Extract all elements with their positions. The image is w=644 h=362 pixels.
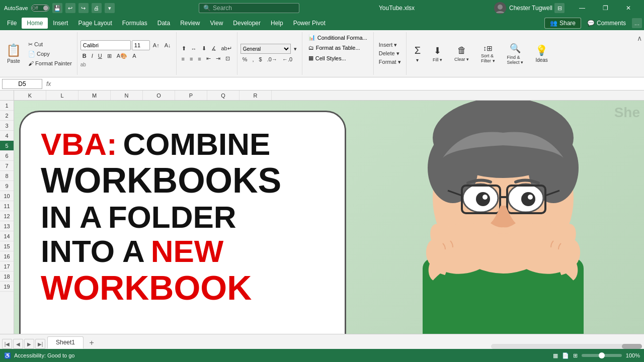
align-left-button[interactable]: ≡	[180, 55, 187, 63]
save-icon[interactable]: 💾	[52, 3, 62, 13]
row-14[interactable]: 14	[0, 231, 14, 241]
close-button[interactable]: ✕	[617, 0, 640, 16]
percent-button[interactable]: %	[240, 55, 250, 63]
format-painter-button[interactable]: 🖌 Format Painter	[26, 59, 74, 67]
paste-button[interactable]: 📋 Paste	[3, 34, 24, 74]
col-N[interactable]: N	[111, 90, 143, 100]
delete-cells-button[interactable]: Delete ▾	[377, 49, 403, 58]
conditional-format-button[interactable]: 📊 Conditional Forma...	[305, 33, 370, 42]
currency-button[interactable]: $	[257, 55, 264, 63]
share-button[interactable]: 👥 Share	[544, 18, 581, 29]
row-3[interactable]: 3	[0, 121, 14, 131]
col-P[interactable]: P	[175, 90, 207, 100]
col-K[interactable]: K	[14, 90, 46, 100]
quick-access-more[interactable]: ▾	[105, 3, 115, 13]
row-13[interactable]: 13	[0, 221, 14, 231]
row-12[interactable]: 12	[0, 211, 14, 221]
row-4[interactable]: 4	[0, 131, 14, 141]
align-center-button[interactable]: ≡	[188, 55, 195, 63]
wrap-text-button[interactable]: ab↵	[219, 44, 234, 53]
col-L[interactable]: L	[46, 90, 78, 100]
row-6[interactable]: 6	[0, 151, 14, 161]
row-9[interactable]: 9	[0, 181, 14, 191]
comments-button[interactable]: 💬 Comments	[584, 19, 629, 28]
row-1[interactable]: 1	[0, 101, 14, 111]
menu-data[interactable]: Data	[152, 18, 175, 29]
row-5[interactable]: 5	[0, 141, 14, 151]
font-name-input[interactable]	[80, 40, 131, 50]
decrease-decimal-button[interactable]: ←.0	[280, 55, 294, 63]
row-16[interactable]: 16	[0, 251, 14, 261]
ribbon-display-options[interactable]: ⊟	[554, 3, 565, 13]
search-bar[interactable]: 🔍 Search	[199, 3, 299, 13]
fill-button[interactable]: ⬇ Fill ▾	[429, 34, 446, 74]
sort-filter-button[interactable]: ↕⊞ Sort &Filter ▾	[477, 34, 499, 74]
decrease-indent-button[interactable]: ⇤	[204, 54, 213, 63]
bold-button[interactable]: B	[80, 52, 89, 60]
align-top-button[interactable]: ⬆	[180, 44, 188, 53]
menu-formulas[interactable]: Formulas	[117, 18, 152, 29]
col-O[interactable]: O	[143, 90, 175, 100]
menu-file[interactable]: File	[2, 18, 22, 29]
more-menu-icon[interactable]: …	[632, 18, 642, 28]
menu-power-pivot[interactable]: Power Pivot	[288, 18, 331, 29]
col-Q[interactable]: Q	[207, 90, 239, 100]
menu-help[interactable]: Help	[266, 18, 288, 29]
merge-cells-button[interactable]: ⊡	[223, 54, 232, 63]
format-as-table-button[interactable]: 🗂 Format as Table...	[305, 44, 363, 52]
menu-home[interactable]: Home	[22, 18, 48, 29]
normal-view-icon[interactable]: ▦	[553, 352, 558, 359]
restore-button[interactable]: ❐	[594, 0, 617, 16]
formula-input[interactable]	[55, 79, 642, 89]
menu-page-layout[interactable]: Page Layout	[73, 18, 117, 29]
clear-button[interactable]: 🗑 Clear ▾	[450, 34, 473, 74]
angle-text-button[interactable]: ∡	[209, 44, 218, 53]
align-right-button[interactable]: ≡	[196, 55, 203, 63]
menu-view[interactable]: View	[205, 18, 228, 29]
number-format-select[interactable]: General	[240, 44, 291, 54]
menu-review[interactable]: Review	[175, 18, 205, 29]
sheet-tab-sheet1[interactable]: Sheet1	[47, 336, 84, 349]
row-17[interactable]: 17	[0, 261, 14, 272]
page-layout-icon[interactable]: 📄	[562, 352, 569, 359]
border-button[interactable]: ⊞	[105, 52, 114, 60]
font-color-button[interactable]: A	[130, 52, 138, 60]
horizontal-scrollbar[interactable]	[491, 344, 642, 349]
zoom-bar[interactable]	[582, 354, 622, 357]
row-15[interactable]: 15	[0, 241, 14, 251]
insert-cells-button[interactable]: Insert ▾	[377, 41, 403, 49]
undo-icon[interactable]: ↩	[65, 3, 75, 13]
comma-style-button[interactable]: ,	[251, 55, 256, 63]
minimize-button[interactable]: —	[571, 0, 594, 16]
col-M[interactable]: M	[78, 90, 111, 100]
autosave-toggle[interactable]: Off	[31, 5, 49, 12]
row-11[interactable]: 11	[0, 201, 14, 211]
row-7[interactable]: 7	[0, 161, 14, 171]
format-cells-button[interactable]: Format ▾	[377, 58, 403, 66]
number-format-dropdown[interactable]: ▾	[292, 45, 299, 53]
menu-developer[interactable]: Developer	[228, 18, 266, 29]
align-middle-button[interactable]: ↔	[189, 45, 199, 53]
row-2[interactable]: 2	[0, 111, 14, 121]
sigma-button[interactable]: Σ ▾	[411, 34, 425, 74]
find-select-button[interactable]: 🔍 Find &Select ▾	[503, 34, 528, 74]
ideas-button[interactable]: 💡 Ideas	[531, 34, 552, 74]
add-sheet-button[interactable]: +	[86, 337, 98, 349]
copy-button[interactable]: 📄 Copy	[26, 50, 74, 58]
align-bottom-button[interactable]: ⬇	[200, 44, 208, 53]
sheet-first-button[interactable]: |◀	[2, 339, 12, 349]
ribbon-collapse-button[interactable]: ∧	[635, 32, 644, 75]
increase-font-button[interactable]: A↑	[151, 41, 162, 49]
col-R[interactable]: R	[239, 90, 272, 100]
row-8[interactable]: 8	[0, 171, 14, 181]
row-19[interactable]: 19	[0, 282, 14, 292]
sheet-prev-button[interactable]: ◀	[13, 339, 23, 349]
decrease-font-button[interactable]: A↓	[163, 41, 173, 49]
name-box-input[interactable]	[2, 79, 42, 89]
font-size-input[interactable]	[132, 40, 150, 50]
increase-decimal-button[interactable]: .0→	[265, 55, 279, 63]
sheet-next-button[interactable]: ▶	[24, 339, 34, 349]
sheet-last-button[interactable]: ▶|	[35, 339, 45, 349]
fill-color-button[interactable]: A🎨	[115, 52, 129, 60]
redo-icon[interactable]: ↪	[78, 3, 89, 13]
